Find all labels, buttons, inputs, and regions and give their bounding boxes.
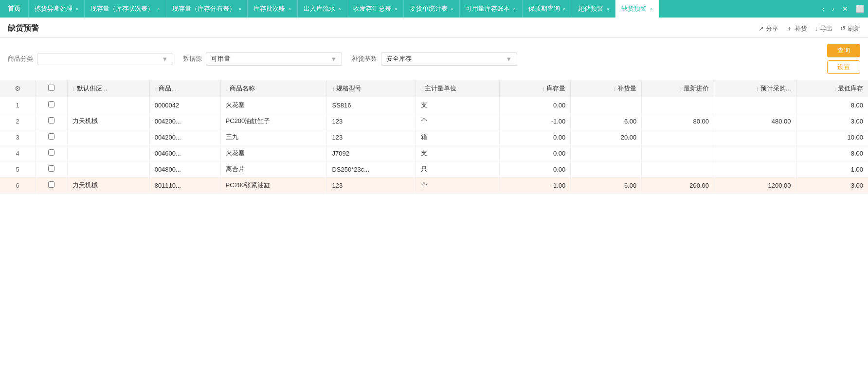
row-checkbox[interactable]: [48, 181, 54, 188]
tab-expand-button[interactable]: ⬜: [852, 0, 868, 18]
close-icon[interactable]: ×: [606, 6, 609, 12]
row-unit: 支: [416, 145, 499, 161]
table-row: 3 004200... 三九 123 箱 0.00 20.00 10.00: [0, 129, 868, 145]
tab-batch-account[interactable]: 库存批次账 ×: [248, 0, 297, 18]
tab-inventory-status[interactable]: 现存量（库存状况表） ×: [85, 0, 166, 18]
close-icon[interactable]: ×: [650, 6, 652, 12]
row-index: 4: [0, 145, 36, 161]
tab-requisition-stat[interactable]: 要货单统计表 ×: [404, 0, 460, 18]
row-checkbox[interactable]: [48, 149, 54, 156]
row-checkbox-cell[interactable]: [36, 97, 68, 113]
tab-shortage-warning[interactable]: 缺货预警 ×: [615, 0, 659, 18]
row-min-stock: 1.00: [796, 161, 868, 177]
close-icon[interactable]: ×: [157, 6, 160, 12]
datasource-filter-group: 数据源 可用量 ▼: [183, 52, 342, 66]
tab-receive-summary[interactable]: 收发存汇总表 ×: [347, 0, 403, 18]
row-latest-price: 80.00: [642, 113, 714, 129]
th-spec[interactable]: 规格型号: [327, 80, 416, 97]
refresh-button[interactable]: ↺ 刷新: [840, 24, 860, 33]
table-row: 2 力天机械 004200... PC200油缸缸子 123 个 -1.00 6…: [0, 113, 868, 129]
row-min-stock: 10.00: [796, 129, 868, 145]
row-checkbox[interactable]: [48, 133, 54, 140]
close-icon[interactable]: ×: [451, 6, 453, 12]
row-code: 004600...: [149, 145, 220, 161]
row-unit: 箱: [416, 129, 499, 145]
row-stock: -1.00: [500, 113, 571, 129]
table-row: 1 0000042 火花塞 SS816 支 0.00 8.00: [0, 97, 868, 113]
row-supplier: [68, 129, 150, 145]
settings-button[interactable]: 设置: [827, 60, 860, 74]
row-index: 6: [0, 177, 36, 194]
row-stock: 0.00: [500, 145, 571, 161]
replenish-base-select[interactable]: 安全库存 ▼: [381, 52, 517, 66]
row-checkbox-cell[interactable]: [36, 129, 68, 145]
th-supplier[interactable]: 默认供应...: [68, 80, 150, 97]
row-checkbox[interactable]: [48, 117, 54, 123]
tab-home[interactable]: 首页: [0, 0, 29, 18]
row-stock: 0.00: [500, 129, 571, 145]
row-code: 801110...: [149, 177, 220, 194]
tab-pick-exception[interactable]: 拣货异常处理 ×: [29, 0, 85, 18]
th-min-stock[interactable]: 最低库存: [796, 80, 868, 97]
th-est-purchase[interactable]: 预计采购...: [714, 80, 796, 97]
close-icon[interactable]: ×: [288, 6, 291, 12]
gear-icon[interactable]: ⚙: [15, 85, 21, 92]
close-icon[interactable]: ×: [394, 6, 397, 12]
th-replenish[interactable]: 补货量: [571, 80, 642, 97]
datasource-select[interactable]: 可用量 ▼: [206, 52, 342, 66]
th-settings[interactable]: ⚙: [0, 80, 36, 97]
close-icon[interactable]: ×: [338, 6, 341, 12]
export-button[interactable]: ↓ 导出: [815, 24, 833, 33]
category-select[interactable]: ▼: [37, 53, 173, 65]
close-icon[interactable]: ×: [563, 6, 566, 12]
tab-overstock-warning[interactable]: 超储预警 ×: [572, 0, 615, 18]
close-icon[interactable]: ×: [238, 6, 241, 12]
tab-inventory-dist[interactable]: 现存量（库存分布表） ×: [166, 0, 248, 18]
row-supplier: 力天机械: [68, 177, 150, 194]
row-est-purchase: [714, 161, 796, 177]
row-spec: 123: [327, 113, 416, 129]
category-label: 商品分类: [8, 54, 33, 63]
tab-close-all-button[interactable]: ✕: [838, 0, 852, 18]
tab-in-out-flow[interactable]: 出入库流水 ×: [298, 0, 347, 18]
tab-available-ledger[interactable]: 可用量库存账本 ×: [460, 0, 522, 18]
select-all-checkbox[interactable]: [48, 85, 54, 91]
tab-prev-button[interactable]: ‹: [818, 0, 829, 18]
row-checkbox-cell[interactable]: [36, 161, 68, 177]
row-supplier: [68, 161, 150, 177]
row-checkbox-cell[interactable]: [36, 113, 68, 129]
row-stock: 0.00: [500, 97, 571, 113]
row-checkbox-cell[interactable]: [36, 177, 68, 194]
tab-expiry-query[interactable]: 保质期查询 ×: [523, 0, 572, 18]
row-index: 5: [0, 161, 36, 177]
replenish-base-label: 补货基数: [352, 54, 377, 63]
row-checkbox[interactable]: [48, 101, 54, 107]
share-button[interactable]: ↗ 分享: [759, 24, 778, 33]
th-checkbox[interactable]: [36, 80, 68, 97]
th-stock[interactable]: 库存量: [500, 80, 571, 97]
row-unit: 支: [416, 97, 499, 113]
row-checkbox-cell[interactable]: [36, 145, 68, 161]
row-unit: 个: [416, 113, 499, 129]
row-unit: 个: [416, 177, 499, 194]
row-checkbox[interactable]: [48, 165, 54, 172]
query-button[interactable]: 查询: [827, 44, 860, 57]
close-icon[interactable]: ×: [75, 6, 78, 12]
row-index: 2: [0, 113, 36, 129]
row-replenish: 6.00: [571, 113, 642, 129]
close-icon[interactable]: ×: [513, 6, 516, 12]
replenish-button[interactable]: ＋ 补货: [786, 24, 807, 33]
th-code[interactable]: 商品...: [149, 80, 220, 97]
row-index: 3: [0, 129, 36, 145]
th-latest-price[interactable]: 最新进价: [642, 80, 714, 97]
row-latest-price: [642, 161, 714, 177]
row-latest-price: [642, 129, 714, 145]
th-name[interactable]: 商品名称: [220, 80, 327, 97]
row-replenish: 20.00: [571, 129, 642, 145]
replenish-base-filter-group: 补货基数 安全库存 ▼: [352, 52, 517, 66]
row-code: 004200...: [149, 129, 220, 145]
row-spec: J7092: [327, 145, 416, 161]
tab-next-button[interactable]: ›: [828, 0, 838, 18]
row-name: 离合片: [220, 161, 327, 177]
th-unit[interactable]: 主计量单位: [416, 80, 499, 97]
